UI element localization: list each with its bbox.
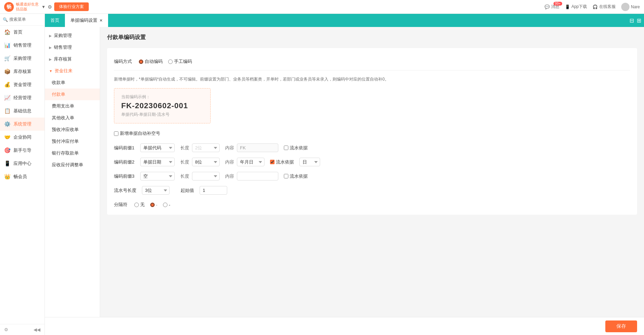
tab-close-icon[interactable]: ✕ [99, 18, 103, 23]
submenu-receivable-adjust[interactable]: 应收应付调整单 [45, 159, 100, 171]
headset-icon: 🎧 [593, 4, 598, 9]
prefix2-length-select[interactable]: 8位 [192, 158, 220, 166]
sep-dot-input[interactable] [150, 203, 155, 207]
settings-icon[interactable]: ⚙ [48, 4, 52, 10]
prefix3-content-input[interactable] [237, 172, 278, 180]
logo-text: 畅通道好生意 括品版 [16, 2, 39, 11]
manual-encode-input[interactable] [168, 59, 173, 64]
collapse-icon[interactable]: ◀◀ [33, 327, 40, 332]
sidebar-item-home[interactable]: 🏠 首页 [0, 26, 45, 39]
settings-bottom-icon[interactable]: ⚙ [4, 327, 8, 332]
code-preview-value: FK-20230602-001 [121, 101, 203, 110]
sidebar-item-purchase[interactable]: 🛒 采购管理 [0, 52, 45, 65]
tabbar-actions: ⊟ ⊞ [629, 17, 644, 24]
submenu-expense[interactable]: 费用支出单 [45, 100, 100, 112]
menu-sales-mgmt[interactable]: ▶ 销售管理 [45, 41, 100, 53]
sidebar-item-basic-info[interactable]: 📋 基础信息 [0, 104, 45, 118]
sidebar-item-member[interactable]: 👑 畅会员 [0, 170, 45, 183]
sidebar-item-finance[interactable]: 💰 资金管理 [0, 78, 45, 91]
message-btn[interactable]: 💬 消息 99+ [545, 4, 559, 10]
start-value-input[interactable] [200, 186, 227, 195]
tab-maximize-btn[interactable]: ⊞ [637, 17, 641, 24]
dropdown-arrow-icon[interactable]: ▼ [41, 4, 46, 9]
prefix1-length-select[interactable]: 2位 [192, 143, 220, 152]
submenu-receipt[interactable]: 收款单 [45, 77, 100, 89]
sep-dash-input[interactable] [163, 203, 167, 207]
prefix2-serial-input[interactable] [270, 160, 275, 164]
sep-dash-radio[interactable]: - [163, 202, 170, 207]
tab-home[interactable]: 首页 [45, 14, 65, 27]
sidebar-item-enterprise[interactable]: 🤝 企业协同 [0, 131, 45, 144]
code-preview-label: 当前编码示例： [121, 94, 203, 100]
sidebar-item-operation[interactable]: 📈 经营管理 [0, 91, 45, 104]
prefix2-content-select[interactable]: 年月日 [237, 158, 265, 166]
online-service-btn[interactable]: 🎧 在线客服 [593, 4, 616, 10]
prefix3-serial-input[interactable] [284, 174, 288, 178]
submenu-prepay-payable[interactable]: 预付冲应付单 [45, 136, 100, 147]
auto-fill-row: 新增单据自动补空号 [114, 130, 630, 137]
sidebar-item-sales[interactable]: 📊 销售管理 [0, 39, 45, 52]
home-icon: 🏠 [4, 29, 11, 35]
prepay-payable-label: 预付冲应付单 [52, 138, 79, 145]
sidebar-item-newbie[interactable]: 🎯 新手引导 [0, 144, 45, 157]
sidebar-item-label: 库存核算 [13, 68, 31, 75]
prefix2-serial-unit-select[interactable]: 日 [299, 158, 320, 166]
sidebar: 🔍 搜索菜单 🏠 首页 📊 销售管理 🛒 采购管理 📦 库存核算 💰 资金管理 … [0, 14, 45, 335]
menu-capital-items[interactable]: ▼ 资金往来 [45, 65, 100, 77]
basic-info-icon: 📋 [4, 108, 11, 114]
prefix3-serial-checkbox[interactable]: 流水依据 [284, 173, 308, 179]
tab-minimize-btn[interactable]: ⊟ [629, 17, 634, 24]
app-center-icon: 📱 [4, 160, 11, 167]
system-icon: ⚙️ [4, 121, 11, 127]
manual-encode-radio[interactable]: 手工编码 [168, 58, 192, 65]
sep-dot-radio[interactable]: · [150, 202, 157, 207]
sidebar-bottom: ⚙ ◀◀ [0, 324, 45, 335]
prefix1-content-group: 内容 [225, 143, 278, 152]
sidebar-item-app-center[interactable]: 📱 应用中心 [0, 157, 45, 170]
prefix3-content-label: 内容 [225, 173, 234, 179]
sidebar-item-label: 首页 [13, 29, 22, 35]
main-layout: 🔍 搜索菜单 🏠 首页 📊 销售管理 🛒 采购管理 📦 库存核算 💰 资金管理 … [0, 14, 644, 335]
prefix1-select[interactable]: 单据代码 [140, 143, 175, 152]
prefix1-serial-checkbox[interactable]: 流水依据 [284, 145, 308, 151]
prefix2-select[interactable]: 单据日期 [140, 158, 175, 166]
industry-btn[interactable]: 体验行业方案 [54, 2, 89, 11]
prefix1-content-label: 内容 [225, 145, 234, 151]
prefix1-serial-input[interactable] [284, 146, 288, 150]
logo: 畅 畅通道好生意 括品版 [4, 2, 39, 12]
message-icon: 💬 [545, 4, 550, 9]
auto-encode-radio[interactable]: 自动编码 [139, 58, 163, 65]
auto-encode-input[interactable] [139, 59, 143, 64]
prefix1-content-input[interactable] [237, 143, 278, 152]
phone-icon: 📱 [565, 4, 570, 9]
sidebar-item-system[interactable]: ⚙️ 系统管理 [0, 118, 45, 131]
auto-fill-checkbox[interactable]: 新增单据自动补空号 [114, 130, 160, 137]
start-value-label: 起始值 [181, 187, 194, 194]
serial-length-select[interactable]: 3位 [142, 186, 170, 195]
tab-code-settings[interactable]: 单据编码设置 ✕ [65, 14, 108, 27]
prefix3-select[interactable]: 空 [140, 172, 175, 180]
submenu-other-income[interactable]: 其他收入单 [45, 112, 100, 124]
save-button[interactable]: 保存 [605, 320, 637, 332]
receivable-adjust-label: 应收应付调整单 [52, 162, 83, 168]
search-menu-btn[interactable]: 🔍 搜索菜单 [0, 14, 45, 26]
app-download-btn[interactable]: 📱 App下载 [565, 4, 587, 10]
arrow-icon: ▶ [49, 57, 52, 61]
sep-none-radio[interactable]: 无 [134, 202, 145, 208]
submenu-prepay-receivable[interactable]: 预收冲应收单 [45, 124, 100, 136]
serial-length-label: 流水号长度 [114, 187, 136, 194]
auto-fill-input[interactable] [114, 131, 118, 136]
sep-none-input[interactable] [134, 203, 139, 207]
menu-inventory-calc[interactable]: ▶ 库存核算 [45, 53, 100, 65]
sidebar-item-inventory[interactable]: 📦 库存核算 [0, 65, 45, 78]
prefix2-serial-checkbox[interactable]: 流水依据 [270, 159, 294, 165]
payment-label: 付款单 [52, 91, 65, 97]
user-menu[interactable]: Nare [621, 3, 640, 11]
sidebar-item-label: 销售管理 [13, 42, 31, 48]
submenu-payment[interactable]: 付款单 [45, 89, 100, 100]
submenu-bank-deposit[interactable]: 银行存取款单 [45, 147, 100, 159]
tab-code-settings-label: 单据编码设置 [70, 17, 97, 24]
expense-label: 费用支出单 [52, 103, 74, 109]
menu-purchase-mgmt[interactable]: ▶ 采购管理 [45, 30, 100, 41]
prefix3-length-select[interactable] [192, 172, 220, 180]
